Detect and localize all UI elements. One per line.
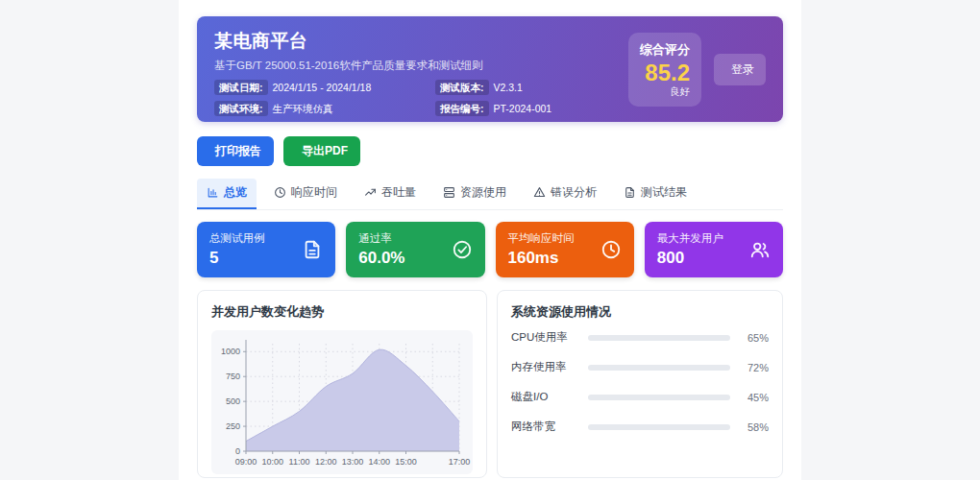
stat-card-text: 总测试用例5	[209, 231, 265, 268]
resource-bar-track	[588, 395, 730, 400]
meta-value: 生产环境仿真	[273, 103, 333, 114]
meta-item: 测试日期:2024/1/15 - 2024/1/18	[214, 82, 424, 95]
resource-label: 内存使用率	[511, 360, 578, 374]
stat-card-max-concurrent-users: 最大并发用户800	[645, 222, 783, 277]
resource-label: CPU使用率	[511, 330, 578, 345]
resource-label: 网络带宽	[511, 420, 578, 434]
stat-card-text: 平均响应时间160ms	[508, 231, 575, 268]
stat-card-label: 平均响应时间	[508, 231, 575, 246]
svg-text:12:00: 12:00	[315, 457, 337, 467]
resource-percent: 65%	[740, 332, 769, 344]
resource-percent: 58%	[740, 421, 769, 433]
page-subtitle: 基于GB/T 25000.51-2016软件产品质量要求和测试细则	[214, 59, 551, 73]
resource-row: 磁盘I/O45%	[511, 390, 769, 404]
resource-row: 网络带宽58%	[511, 420, 769, 434]
export-pdf-button[interactable]: 导出PDF	[283, 136, 360, 166]
meta-label: 测试版本:	[435, 80, 489, 95]
report-meta: 测试日期:2024/1/15 - 2024/1/18测试版本:V2.3.1测试环…	[214, 82, 551, 116]
resource-row: CPU使用率65%	[511, 330, 769, 345]
tab-label: 响应时间	[291, 184, 337, 201]
document-icon	[624, 186, 636, 199]
meta-value: PT-2024-001	[494, 103, 552, 114]
tab-overview[interactable]: 总览	[197, 179, 257, 209]
login-button-label: 登录	[731, 61, 754, 78]
report-header-info: 某电商平台 基于GB/T 25000.51-2016软件产品质量要求和测试细则 …	[214, 29, 551, 110]
svg-text:10:00: 10:00	[261, 457, 283, 467]
tab-label: 总览	[224, 184, 247, 201]
report-actions: 打印报告 导出PDF	[197, 136, 783, 166]
resource-percent: 45%	[740, 392, 769, 403]
users-icon	[749, 239, 771, 260]
tab-throughput[interactable]: 吞吐量	[355, 179, 426, 209]
report-header: 某电商平台 基于GB/T 25000.51-2016软件产品质量要求和测试细则 …	[197, 16, 783, 122]
stat-card-text: 通过率60.0%	[358, 231, 404, 268]
tab-error-analysis[interactable]: 错误分析	[524, 179, 606, 209]
meta-label: 测试日期:	[214, 80, 268, 95]
server-icon	[443, 186, 455, 199]
resource-label: 磁盘I/O	[511, 390, 578, 404]
tab-label: 测试结果	[641, 184, 687, 201]
tab-label: 错误分析	[551, 184, 597, 201]
tab-resource-usage[interactable]: 资源使用	[433, 179, 516, 209]
stat-card-text: 最大并发用户800	[657, 231, 723, 268]
meta-label: 测试环境:	[214, 101, 268, 116]
meta-item: 报告编号:PT-2024-001	[435, 103, 551, 116]
tab-test-results[interactable]: 测试结果	[614, 179, 697, 209]
concurrency-chart-panel: 并发用户数变化趋势 0250500750100009:0010:0011:001…	[197, 290, 487, 478]
svg-text:500: 500	[226, 396, 240, 406]
score-label: 综合评分	[640, 41, 690, 59]
resources-panel: 系统资源使用情况 CPU使用率65%内存使用率72%磁盘I/O45%网络带宽58…	[497, 290, 783, 478]
login-button[interactable]: 登录	[714, 54, 766, 85]
resource-bar-track	[588, 335, 730, 341]
stat-card-avg-response-time: 平均响应时间160ms	[496, 222, 634, 277]
clock-icon	[600, 239, 622, 260]
check-circle-icon	[452, 239, 473, 260]
concurrency-area-chart: 0250500750100009:0010:0011:0012:0013:001…	[211, 330, 473, 474]
svg-text:1000: 1000	[221, 347, 240, 356]
meta-label: 报告编号:	[435, 101, 489, 116]
stat-card-pass-rate: 通过率60.0%	[346, 222, 484, 277]
clock-icon	[274, 186, 286, 199]
print-report-button[interactable]: 打印报告	[197, 136, 274, 166]
tab-bar: 总览响应时间吞吐量资源使用错误分析测试结果	[197, 179, 783, 210]
svg-text:250: 250	[226, 421, 240, 431]
report-header-side: 综合评分 85.2 良好 登录	[628, 29, 766, 110]
stat-card-value: 5	[209, 249, 265, 268]
resource-row: 内存使用率72%	[511, 360, 769, 374]
svg-text:09:00: 09:00	[235, 457, 257, 467]
resources-panel-title: 系统资源使用情况	[511, 303, 769, 321]
stat-card-value: 160ms	[508, 249, 575, 268]
svg-text:17:00: 17:00	[449, 457, 471, 467]
stat-card-label: 最大并发用户	[657, 231, 723, 246]
tab-label: 吞吐量	[381, 184, 416, 201]
svg-text:0: 0	[235, 446, 240, 456]
warning-icon	[533, 186, 546, 199]
meta-value: 2024/1/15 - 2024/1/18	[273, 82, 372, 93]
chart-panel-title: 并发用户数变化趋势	[211, 303, 473, 321]
svg-text:750: 750	[226, 372, 240, 381]
svg-text:14:00: 14:00	[368, 457, 390, 467]
resource-bar-track	[588, 365, 730, 371]
print-report-label: 打印报告	[215, 143, 261, 159]
export-pdf-label: 导出PDF	[302, 143, 348, 159]
stat-cards: 总测试用例5通过率60.0%平均响应时间160ms最大并发用户800	[197, 222, 783, 277]
report-page: 某电商平台 基于GB/T 25000.51-2016软件产品质量要求和测试细则 …	[179, 0, 801, 480]
stat-card-label: 总测试用例	[209, 231, 265, 246]
tab-label: 资源使用	[460, 184, 506, 201]
resource-bar-track	[588, 424, 730, 430]
svg-text:11:00: 11:00	[289, 457, 310, 467]
meta-value: V2.3.1	[494, 82, 523, 93]
area-chart-svg: 0250500750100009:0010:0011:0012:0013:001…	[211, 334, 473, 470]
tab-response-time[interactable]: 响应时间	[264, 179, 347, 209]
overall-score-box: 综合评分 85.2 良好	[628, 33, 701, 108]
trend-icon	[364, 186, 377, 199]
stat-card-total-test-cases: 总测试用例5	[197, 222, 335, 277]
bottom-panels: 并发用户数变化趋势 0250500750100009:0010:0011:001…	[197, 290, 783, 478]
page-title: 某电商平台	[214, 29, 551, 54]
score-value: 85.2	[640, 60, 690, 86]
stat-card-label: 通过率	[358, 231, 404, 246]
svg-text:15:00: 15:00	[395, 457, 417, 467]
bar-chart-icon	[207, 186, 219, 199]
resource-list: CPU使用率65%内存使用率72%磁盘I/O45%网络带宽58%	[511, 330, 769, 434]
meta-item: 测试环境:生产环境仿真	[214, 103, 424, 116]
